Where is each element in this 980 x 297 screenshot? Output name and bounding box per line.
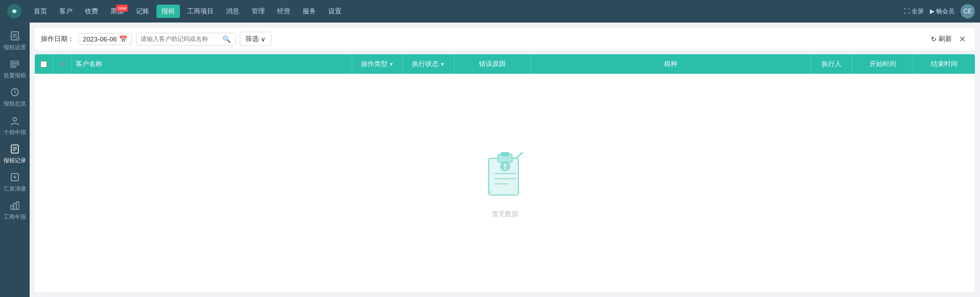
fullscreen-label: 全屏 xyxy=(911,7,924,16)
th-checkbox[interactable] xyxy=(35,54,53,74)
sidebar-item-tax-summary-label: 报税总览 xyxy=(4,100,26,107)
nav-item-bookkeeping[interactable]: 记账 xyxy=(131,5,154,18)
svg-rect-19 xyxy=(11,205,13,209)
date-label: 操作日期： xyxy=(41,34,74,44)
filter-button[interactable]: 筛选 ∨ xyxy=(240,32,271,46)
svg-rect-21 xyxy=(16,202,19,209)
sidebar-item-personal-tax-label: 个税申报 xyxy=(4,129,26,136)
nav-item-invoice[interactable]: 票据 new xyxy=(105,5,129,18)
batch-tax-icon xyxy=(10,59,20,71)
th-exec-status: 执行状态 ▼ xyxy=(403,54,454,74)
sidebar-item-settlement-label: 汇算清缴 xyxy=(4,185,26,192)
sidebar-item-annual-report[interactable]: 工商年报 xyxy=(0,196,30,224)
search-input[interactable] xyxy=(136,33,218,45)
filter-label: 筛选 xyxy=(245,34,259,44)
sidebar-item-personal-tax[interactable]: 个税申报 xyxy=(0,112,30,140)
toolbar: 操作日期： 2023-06-06 📅 🔍 筛选 ∨ ↻ 刷新 ✕ xyxy=(35,28,975,50)
svg-rect-7 xyxy=(11,61,19,62)
svg-rect-9 xyxy=(11,66,16,68)
svg-rect-20 xyxy=(14,203,16,209)
date-picker[interactable]: 2023-06-06 📅 xyxy=(78,33,132,45)
th-executor-label: 执行人 xyxy=(822,59,841,69)
fullscreen-icon: ⛶ xyxy=(904,8,910,15)
empty-icon xyxy=(480,147,531,203)
svg-point-30 xyxy=(504,168,506,170)
sidebar-item-tax-records[interactable]: 报税记录 xyxy=(0,140,30,168)
th-start-time: 开始时间 xyxy=(852,54,914,74)
refresh-button[interactable]: ↻ 刷新 xyxy=(931,34,952,44)
th-executor: 执行人 xyxy=(811,54,852,74)
th-op-type-label: 操作类型 xyxy=(361,59,388,69)
th-op-type: 操作类型 ▼ xyxy=(352,54,403,74)
sidebar-item-tax-records-label: 报税记录 xyxy=(4,157,26,164)
nav-item-home[interactable]: 首页 xyxy=(29,5,52,18)
svg-point-33 xyxy=(489,190,492,194)
close-button[interactable]: ✕ xyxy=(956,33,969,45)
th-start-time-label: 开始时间 xyxy=(870,59,896,69)
personal-tax-icon xyxy=(10,116,20,128)
svg-line-31 xyxy=(516,153,521,158)
th-client-name: 客户名称 xyxy=(72,54,352,74)
tax-summary-icon xyxy=(10,87,20,99)
new-badge: new xyxy=(116,5,128,12)
nav-item-manage[interactable]: 管理 xyxy=(246,5,270,18)
member-label: 畅会员 xyxy=(936,7,954,16)
nav-item-settings[interactable]: 设置 xyxy=(323,5,347,18)
refresh-label: 刷新 xyxy=(939,34,952,44)
op-type-sort-icon[interactable]: ▼ xyxy=(389,61,394,67)
filter-chevron-icon: ∨ xyxy=(261,35,266,43)
sidebar-item-tax-settings-label: 报税设置 xyxy=(4,44,26,51)
th-error-reason-label: 错误原因 xyxy=(479,59,506,69)
nav-item-client[interactable]: 客户 xyxy=(54,5,78,18)
exec-status-sort-icon[interactable]: ▼ xyxy=(440,61,445,67)
nav-item-service[interactable]: 服务 xyxy=(298,5,321,18)
svg-rect-8 xyxy=(11,63,19,65)
svg-rect-24 xyxy=(501,152,509,156)
top-navigation: 首页 客户 收费 票据 new 记账 报税 工商项目 消息 管理 经营 服务 设… xyxy=(0,0,980,23)
nav-right-area: ⛶ 全屏 ▶ 畅会员 CE xyxy=(904,4,975,18)
settlement-icon xyxy=(10,172,20,184)
refresh-icon: ↻ xyxy=(931,35,937,43)
sidebar-item-annual-report-label: 工商年报 xyxy=(4,214,26,220)
svg-rect-29 xyxy=(504,163,506,167)
svg-point-11 xyxy=(13,117,17,121)
app-logo xyxy=(5,2,24,20)
nav-item-message[interactable]: 消息 xyxy=(221,5,244,18)
member-icon: ▶ xyxy=(930,8,935,15)
search-button[interactable]: 🔍 xyxy=(218,33,235,45)
nav-menu: 首页 客户 收费 票据 new 记账 报税 工商项目 消息 管理 经营 服务 设… xyxy=(29,5,904,18)
nav-item-operate[interactable]: 经营 xyxy=(272,5,295,18)
annual-report-icon xyxy=(10,200,20,212)
user-avatar[interactable]: CE xyxy=(961,4,975,18)
sidebar-item-tax-summary[interactable]: 报税总览 xyxy=(0,83,30,111)
sidebar-item-batch-tax-label: 批量报税 xyxy=(4,72,26,79)
th-settings: ⚙ xyxy=(53,54,72,74)
tax-settings-icon xyxy=(10,31,20,43)
th-end-time: 结束时间 xyxy=(914,54,975,74)
fullscreen-button[interactable]: ⛶ 全屏 xyxy=(904,7,924,16)
calendar-icon: 📅 xyxy=(119,35,127,43)
sidebar-item-batch-tax[interactable]: 批量报税 xyxy=(0,55,30,83)
svg-point-34 xyxy=(518,191,520,193)
th-client-name-label: 客户名称 xyxy=(76,59,102,69)
table-container: ⚙ 客户名称 操作类型 ▼ 执行状态 ▼ 错误原因 税种 xyxy=(35,54,975,292)
empty-state: 暂无数据 xyxy=(35,74,975,292)
sidebar-item-settlement[interactable]: 汇算清缴 xyxy=(0,168,30,196)
table-header: ⚙ 客户名称 操作类型 ▼ 执行状态 ▼ 错误原因 税种 xyxy=(35,54,975,74)
svg-point-1 xyxy=(13,10,16,13)
empty-state-text: 暂无数据 xyxy=(492,209,518,219)
content-area: 操作日期： 2023-06-06 📅 🔍 筛选 ∨ ↻ 刷新 ✕ xyxy=(30,23,980,297)
settings-icon[interactable]: ⚙ xyxy=(59,60,65,68)
nav-item-business[interactable]: 工商项目 xyxy=(182,5,219,18)
member-button[interactable]: ▶ 畅会员 xyxy=(930,7,954,16)
nav-item-tax[interactable]: 报税 xyxy=(156,5,180,18)
th-error-reason: 错误原因 xyxy=(454,54,531,74)
nav-item-payment[interactable]: 收费 xyxy=(80,5,103,18)
tax-records-icon xyxy=(10,144,20,156)
sidebar-item-tax-settings[interactable]: 报税设置 xyxy=(0,27,30,55)
table-body: 暂无数据 xyxy=(35,74,975,292)
sidebar: 报税设置 批量报税 报税总览 xyxy=(0,23,30,297)
th-exec-status-label: 执行状态 xyxy=(412,59,439,69)
th-tax-type: 税种 xyxy=(531,54,812,74)
select-all-checkbox[interactable] xyxy=(40,61,47,68)
